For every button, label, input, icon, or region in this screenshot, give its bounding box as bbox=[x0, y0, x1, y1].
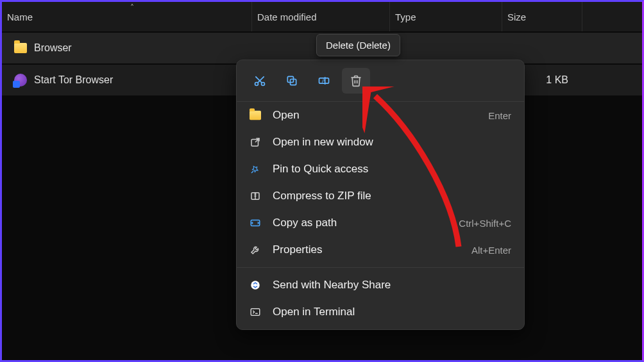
column-size-label: Size bbox=[507, 12, 526, 22]
menu-item-properties[interactable]: Properties Alt+Enter bbox=[237, 236, 524, 263]
svg-point-17 bbox=[251, 281, 260, 290]
terminal-icon bbox=[248, 306, 262, 318]
tooltip-text: Delete (Delete) bbox=[326, 40, 391, 51]
menu-item-label: Compress to ZIP file bbox=[273, 190, 501, 202]
column-headers: Name ˄ Date modified Type Size bbox=[2, 2, 642, 31]
column-name-label: Name bbox=[7, 12, 33, 22]
tor-shortcut-icon bbox=[13, 73, 28, 87]
menu-item-label: Properties bbox=[273, 243, 461, 256]
menu-item-copy-as-path[interactable]: Copy as path Ctrl+Shift+C bbox=[237, 210, 524, 236]
context-menu-toolbar: A bbox=[237, 60, 524, 102]
menu-item-label: Open in Terminal bbox=[273, 306, 501, 318]
menu-item-nearby-share[interactable]: Send with Nearby Share bbox=[237, 272, 524, 299]
menu-item-label: Open bbox=[273, 109, 478, 122]
svg-rect-18 bbox=[251, 309, 260, 316]
delete-button[interactable] bbox=[342, 68, 370, 94]
menu-item-label: Pin to Quick access bbox=[273, 163, 501, 176]
menu-item-label: Open in new window bbox=[273, 136, 501, 149]
column-name[interactable]: Name ˄ bbox=[2, 2, 252, 31]
sort-ascending-icon: ˄ bbox=[130, 3, 134, 12]
cut-icon bbox=[253, 74, 266, 87]
svg-point-1 bbox=[262, 83, 265, 86]
trash-icon bbox=[350, 74, 362, 87]
svg-point-0 bbox=[255, 83, 258, 86]
pin-icon bbox=[248, 163, 262, 175]
column-size[interactable]: Size bbox=[502, 2, 582, 31]
menu-item-label: Send with Nearby Share bbox=[273, 279, 501, 292]
zip-icon bbox=[248, 190, 262, 202]
menu-item-open[interactable]: Open Enter bbox=[237, 102, 524, 129]
folder-icon bbox=[248, 110, 262, 120]
column-date-modified[interactable]: Date modified bbox=[252, 2, 390, 31]
menu-item-compress-zip[interactable]: Compress to ZIP file bbox=[237, 183, 524, 210]
folder-icon bbox=[13, 41, 28, 55]
rename-icon: A bbox=[318, 74, 330, 87]
path-icon bbox=[248, 217, 262, 229]
menu-item-accel: Alt+Enter bbox=[471, 245, 511, 256]
menu-item-open-new-window[interactable]: Open in new window bbox=[237, 129, 524, 156]
wrench-icon bbox=[248, 244, 262, 256]
column-date-label: Date modified bbox=[257, 12, 317, 22]
nearby-share-icon bbox=[248, 279, 262, 291]
menu-item-pin-quick-access[interactable]: Pin to Quick access bbox=[237, 156, 524, 183]
context-menu: A Open Enter Open in new window Pin to Q… bbox=[236, 60, 525, 330]
new-window-icon bbox=[248, 136, 262, 148]
tooltip-delete: Delete (Delete) bbox=[316, 34, 400, 56]
column-type[interactable]: Type bbox=[390, 2, 502, 31]
copy-button[interactable] bbox=[278, 68, 306, 94]
menu-item-open-terminal[interactable]: Open in Terminal bbox=[237, 299, 524, 325]
menu-item-label: Copy as path bbox=[273, 217, 448, 229]
column-type-label: Type bbox=[395, 12, 416, 22]
file-name: Browser bbox=[34, 42, 72, 54]
menu-item-accel: Ctrl+Shift+C bbox=[459, 218, 511, 229]
menu-separator bbox=[237, 267, 524, 268]
file-name: Start Tor Browser bbox=[34, 74, 113, 86]
copy-icon bbox=[285, 74, 298, 87]
menu-item-accel: Enter bbox=[488, 110, 511, 121]
rename-button[interactable]: A bbox=[310, 68, 338, 94]
svg-line-11 bbox=[251, 171, 253, 173]
cut-button[interactable] bbox=[246, 68, 274, 94]
